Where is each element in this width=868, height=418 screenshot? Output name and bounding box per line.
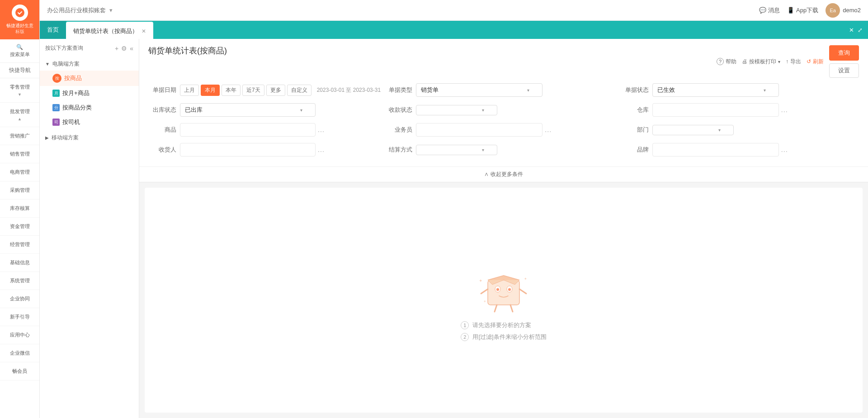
- scheme-by-printer[interactable]: 司 按司机: [40, 115, 139, 129]
- receiver-dots-icon[interactable]: …: [317, 146, 325, 154]
- brand-input[interactable]: [652, 143, 779, 157]
- doc-type-chevron-icon: ▾: [527, 88, 529, 93]
- sidebar-item-inventory[interactable]: 库存核算: [0, 200, 39, 218]
- print-label: 按模板打印: [749, 58, 776, 66]
- brand-dots-icon[interactable]: …: [781, 146, 788, 154]
- goods-input[interactable]: [180, 123, 316, 137]
- settings-scheme-icon[interactable]: ⚙: [121, 45, 127, 52]
- page-title: 销货单统计表(按商品): [148, 45, 227, 56]
- app-download-btn[interactable]: 📱 App下载: [787, 6, 818, 14]
- refresh-btn[interactable]: ↺ 刷新: [807, 58, 824, 66]
- sidebar-item-basic[interactable]: 基础信息: [0, 254, 39, 272]
- clerk-input[interactable]: [416, 123, 542, 137]
- help-btn[interactable]: ? 帮助: [717, 58, 736, 66]
- main-area: 办公用品行业模拟账套 ▾ 💬 消息 📱 App下载 Ea demo2 首页: [40, 0, 868, 418]
- add-scheme-icon[interactable]: +: [115, 45, 118, 52]
- date-btn-custom[interactable]: 自定义: [287, 85, 311, 96]
- collect-status-label: 收款状态: [387, 106, 416, 114]
- search-menu[interactable]: 🔍 搜索菜单: [0, 39, 39, 63]
- mobile-group-title[interactable]: ▶ 移动端方案: [40, 131, 139, 144]
- date-btn-more[interactable]: 更多: [266, 85, 285, 96]
- out-status-control: 已出库 ▾: [180, 103, 387, 117]
- doc-type-select[interactable]: 销货单 ▾: [416, 83, 542, 97]
- sidebar-item-finance[interactable]: 资金管理: [0, 218, 39, 236]
- by-month-goods-icon: 月: [52, 90, 60, 97]
- dept-select[interactable]: ▾: [652, 125, 734, 135]
- doc-type-value: 销货单: [421, 86, 439, 94]
- sidebar-item-wholesale[interactable]: 批发管理 ▲: [0, 103, 39, 127]
- scheme-by-goods[interactable]: 按 按商品: [40, 71, 139, 86]
- settle-label: 结算方式: [387, 146, 416, 154]
- date-btn-7days[interactable]: 近7天: [242, 85, 264, 96]
- help-icon: ?: [717, 58, 724, 65]
- sidebar-item-guide[interactable]: 新手引导: [0, 308, 39, 326]
- avatar: Ea: [826, 3, 840, 18]
- sidebar-item-enterprise[interactable]: 企业协同: [0, 290, 39, 308]
- sidebar-item-system[interactable]: 系统管理: [0, 272, 39, 290]
- goods-dots-icon[interactable]: …: [317, 126, 325, 134]
- filter-rows: 单据日期 上月 本月 本年 近7天 更多 自定义 2023-03-01 至 20…: [139, 83, 868, 166]
- sidebar-item-vip[interactable]: 畅会员: [0, 362, 39, 380]
- sidebar-item-sales[interactable]: 销售管理: [0, 145, 39, 163]
- sidebar-item-basic-label: 基础信息: [10, 259, 30, 266]
- tab-close-window-icon[interactable]: ✕: [849, 27, 854, 33]
- by-category-icon: 分: [52, 104, 60, 111]
- collect-status-select[interactable]: ▾: [416, 105, 497, 115]
- tab-close-icon[interactable]: ✕: [142, 28, 146, 34]
- out-status-select[interactable]: 已出库 ▾: [180, 103, 316, 117]
- settle-select[interactable]: ▾: [416, 145, 497, 155]
- sidebar-item-operation-label: 经营管理: [10, 241, 30, 248]
- warehouse-dots-icon[interactable]: …: [781, 106, 788, 114]
- query-button[interactable]: 查询: [829, 45, 859, 61]
- retail-arrow-icon: ▼: [18, 92, 22, 97]
- tab-report[interactable]: 销货单统计表（按商品） ✕: [66, 22, 153, 40]
- sidebar-item-purchase-label: 采购管理: [10, 187, 30, 194]
- export-btn[interactable]: ↑ 导出: [786, 58, 801, 66]
- messages-label: 消息: [768, 6, 780, 14]
- pc-group-title[interactable]: ▼ 电脑端方案: [40, 57, 139, 71]
- print-btn[interactable]: 🖨 按模板打印 ▾: [742, 58, 780, 66]
- collapse-label: ∧ 收起更多条件: [484, 171, 523, 177]
- scheme-by-month-goods[interactable]: 月 按月+商品: [40, 86, 139, 100]
- date-control: 上月 本月 本年 近7天 更多 自定义 2023-03-01 至 2023-03…: [180, 85, 387, 96]
- out-status-value: 已出库: [185, 106, 203, 114]
- receiver-input[interactable]: [180, 143, 316, 157]
- warehouse-input[interactable]: [652, 103, 779, 117]
- sidebar-item-retail[interactable]: 零售管理 ▼: [0, 78, 39, 103]
- sidebar-item-guide-label: 新手引导: [10, 314, 30, 320]
- page-title-row: 销货单统计表(按商品) ? 帮助 🖨 按模板打印 ▾ ↑: [139, 39, 868, 83]
- print-arrow-icon: ▾: [778, 59, 780, 64]
- empty-tips: 1 请先选择要分析的方案 2 用[过滤]条件来缩小分析范围: [461, 321, 546, 341]
- out-status-label: 出库状态: [148, 106, 180, 114]
- out-status-chevron-icon: ▾: [300, 108, 302, 113]
- settings-button[interactable]: 设置: [829, 63, 859, 78]
- doc-type-label: 单据类型: [387, 86, 416, 94]
- sidebar-item-wechat[interactable]: 企业微信: [0, 344, 39, 362]
- doc-status-select[interactable]: 已生效 ▾: [652, 83, 779, 97]
- sidebar-item-appcenter[interactable]: 应用中心: [0, 326, 39, 344]
- date-btn-last-month[interactable]: 上月: [180, 85, 199, 96]
- sidebar-item-marketing[interactable]: 营销推广: [0, 127, 39, 145]
- sidebar-item-ecom-label: 电商管理: [10, 169, 30, 176]
- tab-home-label: 首页: [47, 26, 59, 34]
- scheme-by-category[interactable]: 分 按商品分类: [40, 100, 139, 115]
- tip-1-text: 请先选择要分析的方案: [472, 321, 531, 329]
- sidebar-item-operation[interactable]: 经营管理: [0, 236, 39, 254]
- help-label: 帮助: [726, 58, 736, 66]
- date-btn-this-month[interactable]: 本月: [201, 85, 220, 96]
- logo-icon: [12, 5, 28, 21]
- workspace-dropdown-icon[interactable]: ▾: [109, 7, 113, 14]
- sidebar-item-purchase[interactable]: 采购管理: [0, 181, 39, 200]
- date-btn-this-year[interactable]: 本年: [222, 85, 241, 96]
- clerk-dots-icon[interactable]: …: [544, 126, 552, 134]
- pc-scheme-group: ▼ 电脑端方案 按 按商品 月 按月+商品 分 按商品分类 司 按司机: [40, 57, 139, 129]
- messages-btn[interactable]: 💬 消息: [759, 6, 780, 14]
- collapse-bar[interactable]: ∧ 收起更多条件: [139, 166, 868, 182]
- left-panel-title: 按以下方案查询: [45, 44, 83, 52]
- tab-home[interactable]: 首页: [40, 21, 66, 39]
- tab-expand-icon[interactable]: ⤢: [858, 27, 863, 33]
- user-area[interactable]: Ea demo2: [826, 3, 861, 18]
- collapse-panel-icon[interactable]: «: [130, 45, 133, 52]
- quick-nav[interactable]: 快捷导航: [0, 63, 39, 78]
- sidebar-item-ecom[interactable]: 电商管理: [0, 163, 39, 181]
